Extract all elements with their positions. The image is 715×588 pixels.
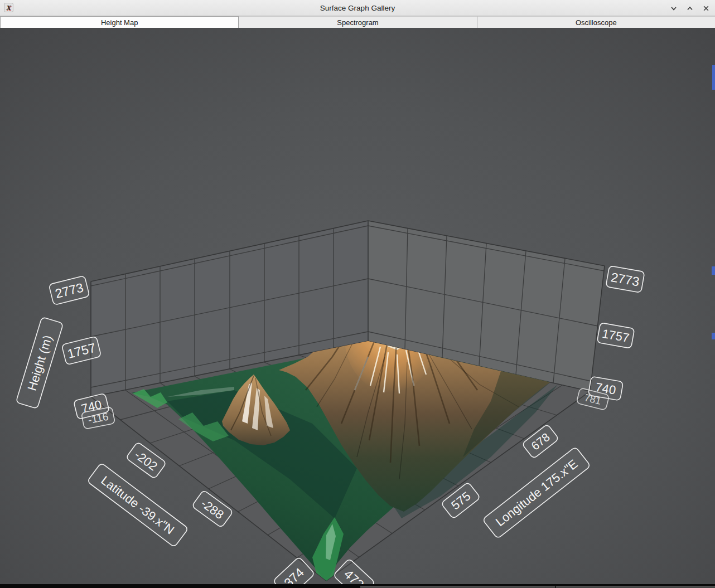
chevron-up-icon: [686, 4, 694, 12]
chevron-down-icon: [670, 4, 678, 12]
surface-3d-view[interactable]: 27731757-116740Height (m)-202-288Latitud…: [0, 28, 715, 584]
close-icon: [702, 4, 710, 12]
desktop-edge-accent: [712, 266, 715, 275]
tab-spectrogram[interactable]: Spectrogram: [239, 16, 477, 28]
tab-height-map[interactable]: Height Map: [0, 16, 239, 28]
close-button[interactable]: [702, 4, 711, 13]
desktop-edge-accent: [712, 333, 715, 339]
desktop-edge-accent: [712, 65, 715, 90]
tab-oscilloscope[interactable]: Oscilloscope: [477, 16, 715, 28]
window-controls: [669, 0, 711, 16]
taskbar-divider: [555, 586, 556, 588]
bottom-panel-strip: [0, 584, 715, 588]
taskbar-edge: [360, 586, 715, 588]
title-bar[interactable]: X Surface Graph Gallery: [0, 0, 715, 16]
maximize-button[interactable]: [685, 4, 694, 13]
minimize-button[interactable]: [669, 4, 678, 13]
tab-bar: Height Map Spectrogram Oscilloscope: [0, 16, 715, 28]
app-window: X Surface Graph Gallery Height Map Spec: [0, 0, 715, 588]
window-title: Surface Graph Gallery: [0, 0, 715, 16]
